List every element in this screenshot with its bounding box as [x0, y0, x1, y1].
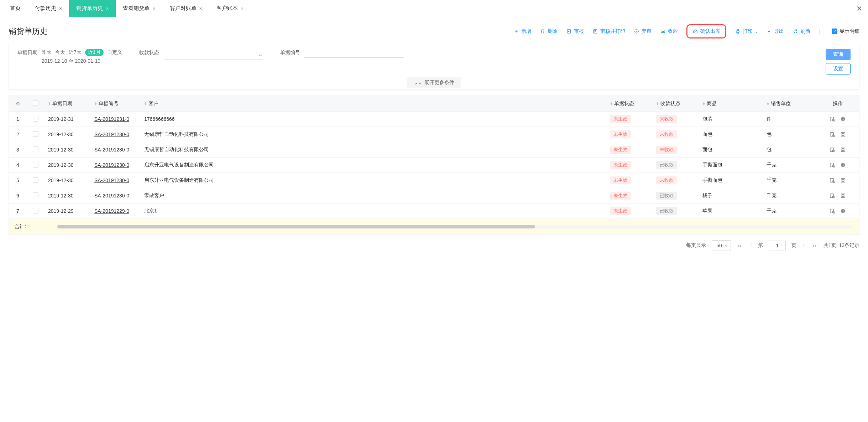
- sort-icon[interactable]: [144, 102, 147, 106]
- gear-icon[interactable]: ⚙: [16, 101, 20, 107]
- money-icon: [660, 29, 666, 34]
- next-page-icon[interactable]: 〉: [802, 242, 807, 249]
- doc-no-link[interactable]: SA-20191231-0: [94, 116, 129, 122]
- unaudit-button[interactable]: 弃审: [634, 28, 652, 35]
- cell-product: 手撕面包: [699, 158, 763, 173]
- row-checkbox[interactable]: [33, 192, 38, 198]
- sort-icon[interactable]: [94, 102, 97, 106]
- expand-label: 展开更多条件: [424, 79, 454, 86]
- more-icon[interactable]: [840, 192, 846, 199]
- more-icon[interactable]: [840, 208, 846, 214]
- sort-icon[interactable]: [767, 102, 769, 106]
- confirm-out-button[interactable]: 确认出库: [686, 24, 726, 38]
- sort-icon[interactable]: [610, 102, 613, 106]
- more-icon[interactable]: [840, 146, 846, 153]
- receive-button[interactable]: 收款: [660, 28, 678, 35]
- shortcut-last7[interactable]: 近7天: [69, 49, 82, 56]
- cell-customer: 启东升亚电气设备制造有限公司: [141, 158, 606, 173]
- view-icon[interactable]: [829, 162, 836, 168]
- query-button[interactable]: 查询: [826, 49, 851, 60]
- view-icon[interactable]: [829, 208, 836, 214]
- svg-rect-24: [841, 150, 843, 151]
- close-all-tabs-icon[interactable]: ✕: [856, 4, 862, 13]
- page-input[interactable]: [769, 241, 786, 251]
- settings-button[interactable]: 设置: [826, 63, 851, 74]
- col-unit: 销售单位: [771, 101, 791, 106]
- add-button[interactable]: ＋ 新增: [513, 28, 531, 35]
- row-checkbox[interactable]: [33, 131, 38, 137]
- shortcut-custom[interactable]: 自定义: [107, 49, 122, 56]
- sort-icon[interactable]: [656, 102, 659, 106]
- tab-5[interactable]: 客户账本×: [209, 0, 251, 17]
- view-icon[interactable]: [829, 192, 836, 199]
- print-button[interactable]: 打印 ⌄: [735, 28, 758, 35]
- doc-no-input[interactable]: [304, 49, 404, 58]
- cell-date: 2019-12-29: [45, 204, 91, 219]
- view-icon[interactable]: [829, 177, 836, 184]
- expand-filters-button[interactable]: ⌄⌄ 展开更多条件: [407, 77, 461, 88]
- svg-rect-14: [830, 133, 833, 137]
- cell-product: 苹果: [699, 204, 763, 219]
- doc-status-badge: 未生效: [610, 146, 631, 154]
- tab-2[interactable]: 销货单历史×: [69, 0, 116, 17]
- last-page-icon[interactable]: ⏭: [813, 243, 818, 248]
- tab-1[interactable]: 付款历史×: [28, 0, 69, 17]
- row-checkbox[interactable]: [33, 208, 38, 213]
- select-all-checkbox[interactable]: [33, 100, 38, 106]
- prev-page-icon[interactable]: 〈: [747, 242, 752, 249]
- pagination: 每页显示 50 ⏮ 〈 第 页 〉 ⏭ 共1页, 13条记录: [0, 235, 868, 257]
- confirm-out-label: 确认出库: [700, 28, 720, 35]
- first-page-icon[interactable]: ⏮: [737, 243, 742, 248]
- shortcut-last-month[interactable]: 近1月: [85, 49, 104, 56]
- sort-icon[interactable]: [702, 102, 705, 106]
- doc-no-link[interactable]: SA-20191230-0: [94, 162, 129, 168]
- receipt-status-badge: 未收款: [656, 115, 677, 123]
- svg-rect-31: [843, 165, 845, 167]
- export-button[interactable]: 导出: [766, 28, 784, 35]
- view-icon[interactable]: [829, 131, 836, 138]
- row-checkbox[interactable]: [33, 177, 38, 183]
- svg-rect-36: [841, 181, 843, 182]
- row-checkbox[interactable]: [33, 116, 38, 122]
- toolbar-actions: ＋ 新增 删除 审核 审核并打印 弃审 收款 确认出库 打印: [513, 24, 859, 38]
- audit-print-button[interactable]: 审核并打印: [592, 28, 625, 35]
- tab-3[interactable]: 查看销货单×: [116, 0, 162, 17]
- close-icon[interactable]: ×: [106, 6, 109, 11]
- receipt-status-badge: 未收款: [656, 176, 677, 184]
- more-icon[interactable]: [840, 162, 846, 168]
- sort-icon[interactable]: [48, 102, 51, 106]
- tab-0[interactable]: 首页: [3, 0, 28, 17]
- show-detail-toggle[interactable]: ✓ 显示明细: [832, 28, 859, 35]
- total-label: 合计:: [15, 223, 57, 230]
- receive-label: 收款: [668, 28, 678, 35]
- doc-no-link[interactable]: SA-20191230-0: [94, 177, 129, 183]
- scrollbar-thumb[interactable]: [57, 225, 535, 228]
- horizontal-scrollbar[interactable]: [57, 225, 853, 228]
- more-icon[interactable]: [840, 177, 846, 184]
- more-icon[interactable]: [840, 131, 846, 138]
- audit-button[interactable]: 审核: [566, 28, 584, 35]
- doc-no-link[interactable]: SA-20191230-0: [94, 147, 129, 153]
- shortcut-yesterday[interactable]: 昨天: [42, 49, 52, 56]
- per-page-select[interactable]: 50: [712, 240, 731, 251]
- svg-rect-44: [830, 209, 833, 213]
- doc-no-filter: 单据编号: [280, 49, 404, 58]
- close-icon[interactable]: ×: [59, 6, 62, 11]
- row-checkbox[interactable]: [33, 162, 38, 168]
- close-icon[interactable]: ×: [241, 6, 244, 11]
- shortcut-today[interactable]: 今天: [55, 49, 65, 56]
- refresh-button[interactable]: 刷新: [793, 28, 810, 35]
- row-checkbox[interactable]: [33, 146, 38, 152]
- col-product: 商品: [707, 101, 717, 106]
- close-icon[interactable]: ×: [152, 6, 155, 11]
- delete-button[interactable]: 删除: [540, 28, 558, 35]
- view-icon[interactable]: [829, 146, 836, 153]
- doc-no-link[interactable]: SA-20191230-0: [94, 132, 129, 137]
- more-icon[interactable]: [840, 116, 846, 122]
- view-icon[interactable]: [829, 116, 836, 122]
- receipt-status-select[interactable]: ⌄: [163, 49, 263, 60]
- doc-no-link[interactable]: SA-20191230-0: [94, 193, 129, 199]
- tab-4[interactable]: 客户对账单×: [163, 0, 209, 17]
- close-icon[interactable]: ×: [199, 6, 202, 11]
- doc-no-link[interactable]: SA-20191229-0: [94, 208, 129, 214]
